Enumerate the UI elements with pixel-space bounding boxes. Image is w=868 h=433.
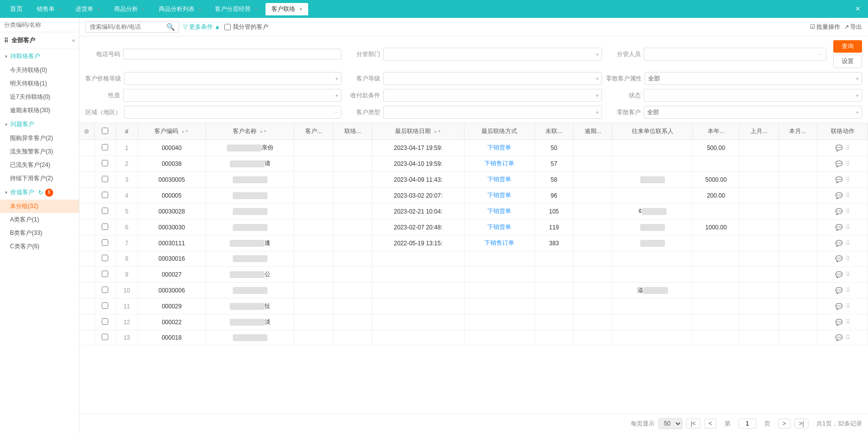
td-checkbox[interactable]: [94, 172, 116, 188]
td-last-method[interactable]: 下销货单: [464, 140, 534, 156]
filter-more-btn[interactable]: ▽ 更多条件 ▲: [183, 23, 220, 31]
sidebar-item-class-a[interactable]: A类客户(1): [0, 213, 79, 226]
chat-action-icon[interactable]: 💬: [835, 144, 843, 151]
close-customer-mgmt-tab[interactable]: ×: [255, 6, 258, 12]
th-code[interactable]: 客户编码 ▲▼: [137, 123, 205, 140]
sidebar-group-value[interactable]: ▼ 价值客户 ↻ 8: [0, 185, 79, 200]
td-checkbox[interactable]: [94, 330, 116, 346]
th-settings[interactable]: ⚙: [79, 123, 94, 140]
row-checkbox[interactable]: [102, 144, 108, 150]
select-all-checkbox[interactable]: [102, 128, 108, 134]
row-checkbox[interactable]: [102, 160, 108, 166]
grid-action-icon[interactable]: ⠿: [846, 208, 850, 215]
method-link[interactable]: 下销货单: [487, 176, 511, 183]
row-checkbox[interactable]: [102, 192, 108, 198]
zero-attr-select[interactable]: 全部 ▾: [645, 72, 862, 85]
zero-customer-select[interactable]: 全部 ▾: [644, 106, 862, 119]
th-last-month[interactable]: 上月...: [739, 123, 778, 140]
chat-action-icon[interactable]: 💬: [835, 160, 843, 167]
grid-action-icon[interactable]: ⠿: [846, 287, 850, 294]
customer-type-select[interactable]: ▾: [383, 106, 601, 119]
td-checkbox[interactable]: [94, 156, 116, 172]
filter-search-icon[interactable]: 🔍: [166, 23, 175, 31]
phone-input[interactable]: [123, 49, 341, 60]
grid-action-icon[interactable]: ⠿: [846, 303, 850, 310]
page-prev-btn[interactable]: <: [704, 419, 717, 429]
close-sales-tab[interactable]: ×: [59, 6, 62, 12]
sidebar-search-input[interactable]: [4, 21, 78, 28]
page-size-select[interactable]: 50: [659, 418, 682, 429]
row-checkbox[interactable]: [102, 239, 108, 246]
method-link[interactable]: 下销货单: [487, 144, 511, 151]
grid-action-icon[interactable]: ⠿: [846, 255, 850, 262]
grid-action-icon[interactable]: ⠿: [846, 334, 850, 341]
sidebar-item-class-c[interactable]: C类客户(6): [0, 240, 79, 253]
th-unit-contact[interactable]: 往来单位联系人: [612, 123, 693, 140]
query-button[interactable]: 查询: [833, 40, 862, 53]
chat-action-icon[interactable]: 💬: [835, 208, 843, 215]
chat-action-icon[interactable]: 💬: [835, 287, 843, 294]
collapse-sidebar-icon[interactable]: «: [72, 38, 75, 43]
method-link[interactable]: 下销售订单: [484, 160, 514, 167]
nav-tab-customer-contact[interactable]: 客户联络 ×: [266, 3, 308, 15]
chat-action-icon[interactable]: 💬: [835, 240, 843, 247]
page-number-input[interactable]: [738, 419, 756, 429]
method-link[interactable]: 下销售订单: [484, 239, 514, 246]
sidebar-group-problem[interactable]: ▼ 问题客户: [0, 117, 79, 132]
td-checkbox[interactable]: [94, 314, 116, 330]
manager-select[interactable]: ···: [644, 48, 826, 61]
th-contact[interactable]: 联络...: [333, 123, 372, 140]
td-checkbox[interactable]: [94, 204, 116, 219]
sidebar-item-overdue[interactable]: 逾期未联络(30): [0, 104, 79, 117]
export-btn[interactable]: ↗ 导出: [844, 23, 862, 31]
row-checkbox[interactable]: [102, 176, 108, 182]
td-checkbox[interactable]: [94, 188, 116, 204]
dept-select[interactable]: ▾: [383, 48, 601, 61]
row-checkbox[interactable]: [102, 318, 108, 325]
td-checkbox[interactable]: [94, 298, 116, 314]
th-this-year[interactable]: 本年...: [693, 123, 739, 140]
close-customer-contact-tab[interactable]: ×: [299, 6, 302, 12]
nav-tab-purchase[interactable]: 进货单 ×: [69, 3, 106, 15]
sidebar-all-customers[interactable]: ⠿ 全部客户 «: [0, 32, 79, 49]
grid-action-icon[interactable]: ⠿: [846, 144, 850, 151]
td-last-method[interactable]: 下销售订单: [464, 156, 534, 172]
chat-action-icon[interactable]: 💬: [835, 319, 843, 326]
chat-action-icon[interactable]: 💬: [835, 255, 843, 262]
sidebar-item-declining[interactable]: 持续下滑客户(2): [0, 172, 79, 185]
grid-action-icon[interactable]: ⠿: [846, 240, 850, 247]
th-name[interactable]: 客户名称 ▲▼: [205, 123, 294, 140]
th-last-method[interactable]: 最后联络方式: [464, 123, 534, 140]
nav-tab-analysis[interactable]: 商品分析 ×: [108, 3, 151, 15]
row-checkbox[interactable]: [102, 208, 108, 214]
filter-search-input[interactable]: [90, 23, 164, 30]
th-no-contact[interactable]: 未联...: [534, 123, 573, 140]
batch-op-btn[interactable]: ☑ 批量操作: [810, 23, 840, 31]
close-analysis-list-tab[interactable]: ×: [199, 6, 201, 12]
nav-tab-analysis-list[interactable]: 商品分析列表 ×: [153, 3, 207, 15]
td-last-method[interactable]: 下销货单: [464, 219, 534, 235]
nav-close-all[interactable]: ×: [852, 4, 864, 13]
row-checkbox[interactable]: [102, 223, 108, 230]
sidebar-item-abnormal[interactable]: 囤购异常客户(2): [0, 132, 79, 145]
area-select[interactable]: ···: [124, 106, 341, 119]
sidebar-item-churned[interactable]: 已流失客户(24): [0, 158, 79, 172]
td-checkbox[interactable]: [94, 251, 116, 267]
grid-action-icon[interactable]: ⠿: [846, 224, 850, 231]
th-overdue[interactable]: 逾期...: [573, 123, 612, 140]
td-checkbox[interactable]: [94, 235, 116, 251]
sidebar-item-class-b[interactable]: B类客户(33): [0, 226, 79, 240]
sidebar-item-churn-warning[interactable]: 流失预警客户(3): [0, 145, 79, 158]
payment-select[interactable]: ▾: [383, 89, 601, 102]
page-last-btn[interactable]: >|: [795, 419, 808, 429]
settings-gear-icon[interactable]: ⚙: [84, 128, 89, 135]
sidebar-item-today[interactable]: 今天待联络(0): [0, 64, 79, 77]
row-checkbox[interactable]: [102, 334, 108, 340]
sort-date[interactable]: ▲▼: [433, 129, 441, 134]
row-checkbox[interactable]: [102, 255, 108, 261]
chat-action-icon[interactable]: 💬: [835, 192, 843, 199]
nav-home[interactable]: 首页: [4, 2, 29, 15]
chat-action-icon[interactable]: 💬: [835, 176, 843, 183]
page-first-btn[interactable]: |<: [686, 419, 700, 429]
reset-button[interactable]: 设置: [833, 55, 862, 68]
